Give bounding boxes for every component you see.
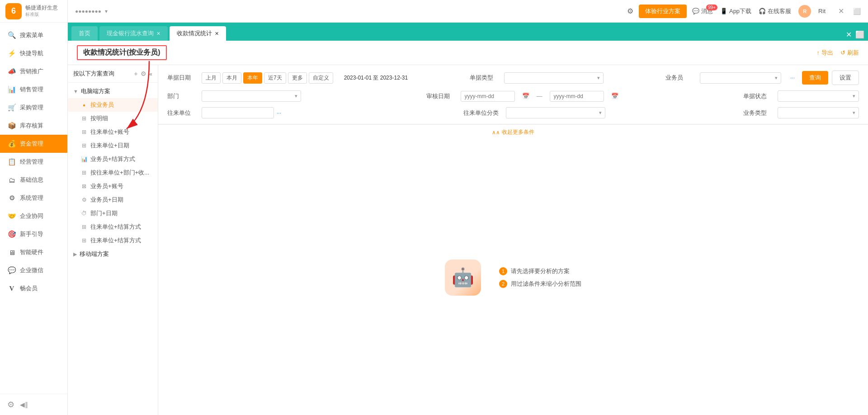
biz-type-select[interactable] [778,107,859,118]
more-btn[interactable]: 更多 [288,72,307,84]
filter-row-2: 部门 审核日期 📅 — 📅 单据状态 [167,90,859,102]
review-date-start-icon[interactable]: 📅 [522,93,529,99]
sidebar-nav: 🔍 搜索菜单 ⚡ 快捷导航 📣 营销推广 📊 销售管理 🛒 采购管理 📦 库存核… [0,23,67,394]
sidebar-item-member[interactable]: V 畅会员 [0,279,67,297]
tree-item-salesman-date[interactable]: ⚙ 业务员+日期 [68,193,158,207]
sidebar-item-sales[interactable]: 📊 销售管理 [0,80,67,99]
sidebar-item-marketing[interactable]: 📣 营销推广 [0,62,67,80]
dept-date-icon: ⏱ [80,210,88,217]
unit-input[interactable] [202,107,274,118]
app-download-button[interactable]: 📱 App下载 [720,7,751,15]
window-close-btn[interactable]: ✕ [846,30,852,39]
tree-item-salesman-account[interactable]: ⊠ 业务员+账号 [68,179,158,193]
sidebar-item-search[interactable]: 🔍 搜索菜单 [0,26,67,44]
tab-receivable-stat[interactable]: 收款情况统计 ✕ [170,26,226,41]
online-service-button[interactable]: 🎧 在线客服 [759,7,791,15]
finance-icon: 💰 [7,139,16,148]
7days-btn[interactable]: 近7天 [264,72,286,84]
left-panel-header: 按以下方案查询 + ⚙ « [68,65,158,83]
tab-close-bank-flow[interactable]: ✕ [156,31,160,37]
sidebar-collapse-icon[interactable]: ◀‖ [20,401,28,408]
user-avatar[interactable]: R [798,5,811,18]
doc-status-select[interactable] [778,90,859,102]
unit-category-select[interactable] [506,107,605,118]
tab-close-receivable-stat[interactable]: ✕ [215,31,219,37]
tree-item-unit-dept-income[interactable]: ⊞ 按往来单位+部门+收... [68,166,158,179]
salesman-select[interactable] [700,72,781,84]
salesman-select-wrapper [700,72,781,84]
sidebar-item-system[interactable]: ⚙ 系统管理 [0,189,67,207]
shortcut-icon: ⚡ [7,49,16,58]
breadcrumb-text: ●●●●●●●● [75,8,101,14]
date-label: 单据日期 [167,74,194,82]
guide-icon: 🎯 [7,230,16,239]
tree-item-dept-date[interactable]: ⏱ 部门+日期 [68,207,158,220]
window-maximize-icon[interactable]: ⬜ [853,8,861,15]
tab-home[interactable]: 首页 [71,26,98,41]
app-download-icon: 📱 [720,8,727,14]
salesman-label: 业务员 [665,74,693,82]
review-date-end-input[interactable] [550,91,604,102]
tree-item-by-salesman[interactable]: ● 按业务员 [68,98,158,112]
main-content: 收款情况统计(按业务员) ↑ 导出 ↺ 刷新 按以下方案查询 [68,41,868,415]
query-button[interactable]: 查询 [802,71,828,85]
unit-field: ··· [202,107,325,118]
logo-text: 畅捷通好生意 [25,5,58,12]
left-panel: 按以下方案查询 + ⚙ « ▼ 电脑端方案 ● 按业务员 [68,65,158,415]
tree-item-unit-settlement1[interactable]: ⊞ 往来单位+结算方式 [68,220,158,234]
category-select[interactable] [504,72,604,84]
header-settings-icon[interactable]: ⚙ [627,7,633,15]
window-close-icon[interactable]: ✕ [838,7,844,15]
salesman-more-btn[interactable]: ··· [790,75,795,81]
sidebar-item-hardware[interactable]: 🖥 智能硬件 [0,243,67,261]
tab-bar: 首页 现金银行流水查询 ✕ 收款情况统计 ✕ ✕ ⬜ [68,23,868,41]
mobile-scheme-group: ▶ 移动端方案 [68,247,158,261]
refresh-button[interactable]: ↺ 刷新 [840,49,859,57]
tree-item-unit-settlement2[interactable]: ⊞ 往来单位+结算方式 [68,234,158,247]
sidebar-item-guide[interactable]: 🎯 新手引导 [0,225,67,243]
review-date-end-icon[interactable]: 📅 [611,93,618,99]
sales-icon: 📊 [7,85,16,94]
dept-select[interactable] [202,90,301,102]
custom-btn[interactable]: 自定义 [309,72,333,84]
scheme-settings-button[interactable]: ⚙ [141,70,146,77]
mobile-scheme-header[interactable]: ▶ 移动端方案 [68,247,158,261]
unit-more-btn[interactable]: ··· [277,110,281,116]
page-header: 收款情况统计(按业务员) ↑ 导出 ↺ 刷新 [68,41,868,65]
review-date-start-input[interactable] [461,91,515,102]
sidebar-settings-icon[interactable]: ⚙ [7,400,14,410]
sidebar-item-basic[interactable]: 🗂 基础信息 [0,171,67,189]
date-range-display: 2023-01-01 至 2023-12-31 [344,74,408,82]
messages-button[interactable]: 💬 消息 99+ [692,7,713,15]
sidebar-item-inventory[interactable]: 📦 库存核算 [0,117,67,135]
tab-bank-flow[interactable]: 现金银行流水查询 ✕ [99,26,168,41]
tree-item-unit-account[interactable]: ⊞ 往来单位+账号 [68,125,158,139]
sidebar-item-wechat[interactable]: 💬 企业微信 [0,261,67,279]
sidebar-item-operation[interactable]: 📋 经营管理 [0,153,67,171]
desktop-scheme-header[interactable]: ▼ 电脑端方案 [68,85,158,98]
this-month-btn[interactable]: 本月 [222,72,241,84]
tree-item-by-detail[interactable]: ⊞ 按明细 [68,112,158,125]
window-expand-btn[interactable]: ⬜ [855,30,864,39]
this-year-btn[interactable]: 本年 [243,72,262,84]
filter-settings-button[interactable]: 设置 [832,71,859,85]
member-icon: V [7,284,16,293]
collapse-bar[interactable]: ∧∧ 收起更多条件 [158,124,868,140]
sidebar-item-finance[interactable]: 💰 资金管理 [0,135,67,153]
biz-type-label: 业务类型 [743,109,770,117]
sidebar-item-shortcut[interactable]: ⚡ 快捷导航 [0,44,67,62]
marketing-icon: 📣 [7,67,16,76]
filter-area: 单据日期 上月 本月 本年 近7天 更多 自定义 2023-01-01 至 20… [158,65,868,124]
export-button[interactable]: ↑ 导出 [817,49,834,57]
panel-collapse-button[interactable]: « [149,71,152,77]
trial-button[interactable]: 体验行业方案 [639,5,687,18]
last-month-btn[interactable]: 上月 [202,72,221,84]
tree-item-unit-date[interactable]: ⊞ 往来单位+日期 [68,139,158,152]
add-scheme-button[interactable]: + [134,70,138,77]
sidebar-item-purchase[interactable]: 🛒 采购管理 [0,99,67,117]
sidebar-item-enterprise[interactable]: 🤝 企业协同 [0,207,67,225]
tree-item-salesman-settlement[interactable]: 📊 业务员+结算方式 [68,152,158,166]
header-right: 💬 消息 99+ 📱 App下载 🎧 在线客服 R Rit [692,5,826,18]
salesman-active-icon: ● [80,103,88,108]
breadcrumb-chevron-icon[interactable]: ▾ [105,8,108,14]
